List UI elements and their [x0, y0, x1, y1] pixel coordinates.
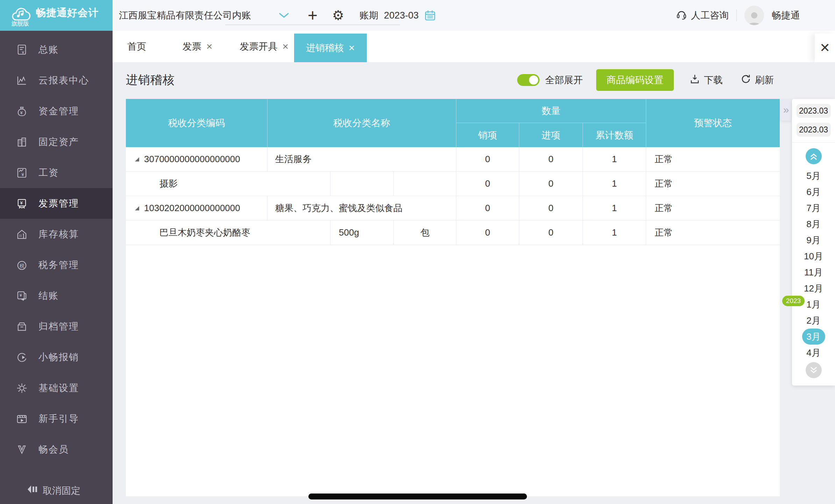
chevron-down-icon: [278, 12, 290, 19]
header-quantity: 数量: [456, 99, 646, 123]
brand-logo: 畅捷通好会计 旗舰版: [0, 0, 113, 31]
tab-invoice[interactable]: 发票×: [180, 40, 215, 53]
sidebar-item-tax[interactable]: 税税务管理: [0, 250, 113, 280]
sidebar-item-closing[interactable]: ¥结账: [0, 280, 113, 311]
topbar-right: 人工咨询 畅捷通: [676, 6, 800, 25]
sidebar-item-fixed-assets[interactable]: 固定资产: [0, 127, 113, 157]
cell-purchase-qty: 0: [519, 147, 583, 171]
sidebar-item-label: 新手引导: [38, 412, 79, 425]
home-indicator[interactable]: [308, 494, 527, 499]
sidebar-item-settings[interactable]: 基础设置: [0, 373, 113, 403]
tab-home[interactable]: 首页: [124, 40, 149, 53]
header-quantity-subs: 销项 进项 累计数额: [456, 123, 646, 147]
sidebar-item-archive[interactable]: 归档管理: [0, 311, 113, 342]
cell-unit: 包: [394, 221, 456, 245]
year-badge: 2023: [782, 296, 805, 306]
close-all-button[interactable]: ✕: [815, 34, 835, 62]
month-item-8月[interactable]: 8月: [802, 216, 825, 232]
month-item-2月[interactable]: 2月: [802, 312, 825, 329]
sidebar-item-payroll[interactable]: ¥工资: [0, 157, 113, 188]
period-value[interactable]: 2023-03: [384, 10, 419, 21]
header-quantity-group: 数量 销项 进项 累计数额: [456, 99, 646, 147]
tabstrip: 首页发票×发票开具×进销稽核× ✕: [113, 31, 835, 62]
month-item-4月[interactable]: 4月: [802, 345, 825, 361]
toolbar: 进销稽核 全部展开 商品编码设置 下载 刷新: [126, 68, 776, 92]
sidebar-item-label: 资金管理: [38, 105, 79, 117]
sidebar-item-member[interactable]: 畅会员: [0, 434, 113, 465]
expand-all-group: 全部展开: [517, 74, 583, 86]
sidebar-item-invoice-mgmt[interactable]: ¥发票管理: [0, 188, 113, 219]
tab-label: 发票: [183, 40, 201, 53]
refresh-label: 刷新: [755, 74, 774, 86]
cell-alert-status: 正常: [646, 196, 780, 220]
company-selector[interactable]: 江西服宝精品有限责任公司内账: [119, 9, 290, 22]
tab-close-icon[interactable]: ×: [283, 41, 289, 52]
month-item-5月[interactable]: 5月: [802, 168, 825, 184]
month-item-9月[interactable]: 9月: [802, 232, 825, 248]
table-header: 税收分类编码 税收分类名称 数量 销项 进项 累计数额 预警状态: [126, 99, 780, 147]
month-label: 12月: [802, 280, 825, 296]
month-item-12月[interactable]: 12月: [802, 280, 825, 296]
sidebar-item-reimburse[interactable]: 小畅报销: [0, 342, 113, 373]
sidebar-item-general-ledger[interactable]: ¥总账: [0, 34, 113, 65]
support-button[interactable]: 人工咨询: [676, 8, 729, 23]
cell-alert-status: 正常: [646, 172, 780, 196]
cell-product-name: 巴旦木奶枣夹心奶酪枣: [126, 221, 330, 245]
tab-invoice-issue[interactable]: 发票开具×: [237, 40, 292, 53]
month-item-3月[interactable]: 3月: [802, 329, 825, 345]
scroll-down-button[interactable]: [806, 362, 822, 378]
sidebar-item-label: 结账: [38, 289, 59, 302]
expand-toggle[interactable]: [135, 157, 139, 161]
tab-label: 首页: [127, 40, 146, 53]
sidebar-item-inventory[interactable]: 库存核算: [0, 219, 113, 250]
avatar[interactable]: [744, 6, 764, 25]
month-label: 3月: [802, 329, 825, 345]
brand-edition: 旗舰版: [11, 20, 29, 28]
company-name: 江西服宝精品有限责任公司内账: [119, 9, 251, 22]
expand-toggle[interactable]: [135, 206, 139, 210]
svg-text:税: 税: [19, 263, 24, 268]
month-label: 10月: [802, 248, 825, 264]
download-icon: [689, 73, 700, 87]
expand-all-toggle[interactable]: [517, 74, 540, 86]
svg-text:¥: ¥: [20, 201, 23, 206]
sidebar-item-guide[interactable]: 新手引导: [0, 403, 113, 434]
tab-close-icon[interactable]: ×: [349, 43, 355, 53]
period-pill-start[interactable]: 2023.03: [797, 104, 831, 118]
month-item-11月[interactable]: 11月: [802, 264, 825, 280]
product-code-settings-button[interactable]: 商品编码设置: [596, 69, 674, 91]
month-item-7月[interactable]: 7月: [802, 200, 825, 216]
add-button[interactable]: +: [308, 8, 317, 22]
sidebar-item-label: 发票管理: [38, 197, 79, 210]
topbar: 江西服宝精品有限责任公司内账 + ⚙ 账期 2023-03 人工咨询: [113, 0, 835, 31]
invoice-icon: ¥: [15, 197, 28, 210]
tab-close-icon[interactable]: ×: [206, 41, 213, 52]
rail-divider: [792, 142, 835, 143]
header-tax-name: 税收分类名称: [267, 99, 456, 147]
rail-collapse-handle[interactable]: »: [780, 99, 792, 121]
month-label: 8月: [802, 216, 825, 232]
month-label: 7月: [802, 200, 825, 216]
gear-icon[interactable]: ⚙: [332, 8, 344, 22]
download-label: 下载: [704, 74, 723, 86]
tab-purchase-sale-audit[interactable]: 进销稽核×: [294, 34, 367, 62]
scroll-up-button[interactable]: [806, 148, 822, 164]
month-item-6月[interactable]: 6月: [802, 184, 825, 200]
month-label: 11月: [802, 264, 825, 280]
sidebar-menu: ¥总账云报表中心¥资金管理固定资产¥工资¥发票管理库存核算税税务管理¥结账归档管…: [0, 31, 113, 465]
calendar-icon[interactable]: [424, 9, 436, 21]
username[interactable]: 畅捷通: [772, 9, 800, 22]
report-icon: [15, 74, 28, 87]
refresh-button[interactable]: 刷新: [738, 73, 776, 87]
cell-sales-qty: 0: [456, 172, 519, 196]
unpin-sidebar-button[interactable]: 取消固定: [0, 484, 113, 497]
download-button[interactable]: 下载: [687, 73, 725, 87]
cell-tax-code: 1030202000000000000: [126, 196, 267, 220]
sidebar-item-label: 畅会员: [38, 443, 69, 456]
sidebar-item-cloud-reports[interactable]: 云报表中心: [0, 65, 113, 96]
month-item-1月[interactable]: 1月: [802, 296, 825, 312]
tax-code-value: 3070000000000000000: [144, 154, 240, 165]
period-pill-end[interactable]: 2023.03: [797, 123, 831, 137]
month-item-10月[interactable]: 10月: [802, 248, 825, 264]
sidebar-item-funds[interactable]: ¥资金管理: [0, 96, 113, 127]
